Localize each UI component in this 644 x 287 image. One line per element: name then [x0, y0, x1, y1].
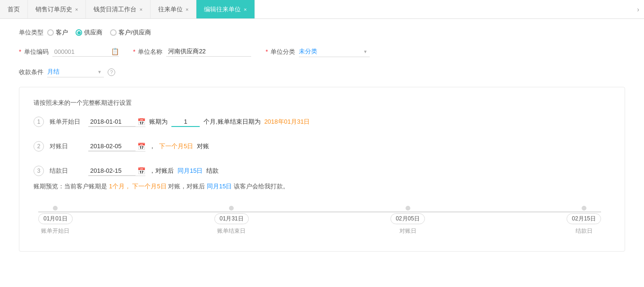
- timeline-dot-1: [229, 206, 234, 211]
- step-2-num: 2: [34, 141, 44, 152]
- preview-payment: 同月15日: [207, 183, 232, 190]
- tab-cash-clearing-close[interactable]: ×: [139, 7, 142, 12]
- radio-both[interactable]: 客户/供应商: [110, 28, 151, 37]
- step-1-date-input: 📅: [88, 117, 145, 127]
- step-3-num: 3: [34, 166, 44, 176]
- tab-partner-unit-close[interactable]: ×: [186, 7, 188, 12]
- step-2-suffix: 对账: [197, 142, 209, 151]
- timeline-badge-2: 02月05日: [390, 213, 425, 224]
- timeline-badge-0: 01月01日: [38, 213, 73, 224]
- step-1-label: 账单开始日: [50, 118, 83, 126]
- unit-code-field: * 单位编码 📋: [19, 47, 119, 57]
- timeline-badge-3: 02月15日: [567, 213, 601, 224]
- unit-category-label: * 单位分类: [265, 48, 295, 56]
- step-2-prefix: ，: [149, 142, 155, 151]
- timeline-point-0: 01月01日 账单开始日: [38, 206, 73, 235]
- tab-edit-partner[interactable]: 编辑往来单位 ×: [196, 0, 254, 18]
- radio-customer[interactable]: 客户: [47, 28, 68, 37]
- preview-end: 该客户会给我打款。: [234, 183, 289, 190]
- payment-condition-field: 收款条件 月结 ▾ ?: [19, 67, 115, 77]
- step-3-prefix: ，对账后: [149, 167, 174, 175]
- step-2-highlight: 下一个月5日: [159, 142, 193, 151]
- step-3-content: 📅 ，对账后 同月15日 结款: [88, 166, 610, 176]
- tab-home[interactable]: 首页: [0, 0, 28, 18]
- step-1-months-suffix: 个月,账单结束日期为: [203, 118, 261, 126]
- timeline-point-3: 02月15日 结款日: [567, 206, 601, 235]
- billing-period-section: 请按照未来的一个完整帐期进行设置 1 账单开始日 📅 账期为 个月,账单结束日期…: [19, 87, 625, 252]
- tab-edit-partner-label: 编辑往来单位: [204, 5, 241, 14]
- section-title: 请按照未来的一个完整帐期进行设置: [34, 99, 610, 107]
- step-1-date-field[interactable]: [88, 117, 136, 127]
- step-1-calendar-icon[interactable]: 📅: [137, 118, 145, 126]
- payment-condition-dropdown[interactable]: 月结 ▾: [47, 67, 104, 77]
- preview-mid: 对账，对账后: [168, 183, 207, 190]
- step-2-content: 📅 ， 下一个月5日 对账: [88, 142, 610, 152]
- unit-name-field: * 单位名称: [133, 47, 252, 57]
- unit-name-input[interactable]: [166, 47, 251, 57]
- unit-code-input[interactable]: [52, 47, 109, 56]
- step-2-date-field[interactable]: [88, 142, 136, 151]
- step-2-calendar-icon[interactable]: 📅: [137, 143, 145, 150]
- unit-category-dropdown[interactable]: 未分类 ▾: [299, 46, 370, 57]
- unit-code-icon: 📋: [111, 48, 119, 55]
- step-3-calendar-icon[interactable]: 📅: [137, 167, 145, 175]
- timeline-dot-3: [582, 206, 586, 211]
- tab-sales-order-history-close[interactable]: ×: [75, 7, 78, 12]
- tab-cash-clearing-label: 钱货日清工作台: [93, 5, 136, 14]
- timeline-dot-0: [53, 206, 58, 211]
- timeline-points: 01月01日 账单开始日 01月31日 账单结束日 02月05日 对账日 02月…: [38, 206, 601, 235]
- step-3-row: 3 结款日 📅 ，对账后 同月15日 结款: [34, 166, 610, 176]
- step-3-date-input: 📅: [88, 166, 145, 176]
- unit-category-value: 未分类: [299, 47, 361, 56]
- unit-info-row: * 单位编码 📋 * 单位名称 * 单位分类 未分类 ▾: [19, 46, 625, 57]
- preview-1months: 1个月，: [109, 183, 131, 190]
- unit-name-required: *: [133, 48, 136, 55]
- preview-reconcile: 下一个月5日: [132, 183, 166, 190]
- tab-sales-order-history[interactable]: 销售订单历史 ×: [28, 0, 86, 18]
- payment-condition-arrow: ▾: [98, 69, 101, 75]
- payment-condition-label: 收款条件: [19, 68, 43, 76]
- timeline-point-1: 01月31日 账单结束日: [214, 206, 249, 235]
- payment-condition-help-icon[interactable]: ?: [108, 68, 115, 76]
- timeline-label-1: 账单结束日: [217, 227, 246, 235]
- unit-code-label: * 单位编码: [19, 48, 49, 56]
- tab-partner-unit[interactable]: 往来单位 ×: [151, 0, 196, 18]
- step-2-date-input: 📅: [88, 142, 145, 152]
- timeline-dot-2: [406, 206, 410, 211]
- unit-type-field: 单位类型 客户 供应商 客户/供应商: [19, 28, 151, 37]
- step-3-date-field[interactable]: [88, 166, 136, 176]
- unit-type-row: 单位类型 客户 供应商 客户/供应商: [19, 28, 625, 37]
- radio-supplier-circle: [76, 29, 82, 36]
- tab-sales-order-history-label: 销售订单历史: [35, 5, 72, 14]
- timeline-label-3: 结款日: [576, 227, 593, 235]
- unit-category-required: *: [265, 48, 268, 55]
- step-1-months-input[interactable]: [171, 117, 200, 127]
- tab-edit-partner-close[interactable]: ×: [244, 7, 246, 12]
- account-preview: 账期预览：当前客户账期是 1个月， 下一个月5日 对账，对账后 同月15日 该客…: [34, 181, 610, 192]
- tab-cash-clearing[interactable]: 钱货日清工作台 ×: [86, 0, 150, 18]
- tab-scroll-right[interactable]: ›: [632, 0, 644, 18]
- unit-name-label: * 单位名称: [133, 48, 163, 56]
- timeline-point-2: 02月05日 对账日: [390, 206, 425, 235]
- radio-supplier[interactable]: 供应商: [76, 28, 102, 37]
- payment-condition-value: 月结: [47, 68, 95, 76]
- payment-condition-row: 收款条件 月结 ▾ ?: [19, 67, 625, 77]
- radio-group-unit-type: 客户 供应商 客户/供应商: [47, 28, 151, 37]
- radio-both-label: 客户/供应商: [119, 28, 151, 37]
- unit-category-field: * 单位分类 未分类 ▾: [265, 46, 370, 57]
- unit-type-label: 单位类型: [19, 28, 43, 37]
- timeline-label-2: 对账日: [399, 227, 416, 235]
- step-1-end-date: 2018年01月31日: [264, 118, 310, 126]
- step-3-suffix: 结款: [206, 167, 219, 175]
- unit-code-required: *: [19, 48, 21, 55]
- step-1-content: 📅 账期为 个月,账单结束日期为 2018年01月31日: [88, 117, 610, 127]
- unit-category-arrow: ▾: [364, 49, 367, 55]
- step-1-row: 1 账单开始日 📅 账期为 个月,账单结束日期为 2018年01月31日: [34, 117, 610, 127]
- radio-supplier-label: 供应商: [84, 28, 102, 37]
- step-3-label: 结款日: [50, 167, 83, 175]
- timeline-label-0: 账单开始日: [41, 227, 69, 235]
- unit-code-input-wrapper: 📋: [52, 47, 119, 57]
- timeline-badge-1: 01月31日: [214, 213, 249, 224]
- radio-customer-label: 客户: [56, 28, 68, 37]
- radio-both-circle: [110, 29, 117, 36]
